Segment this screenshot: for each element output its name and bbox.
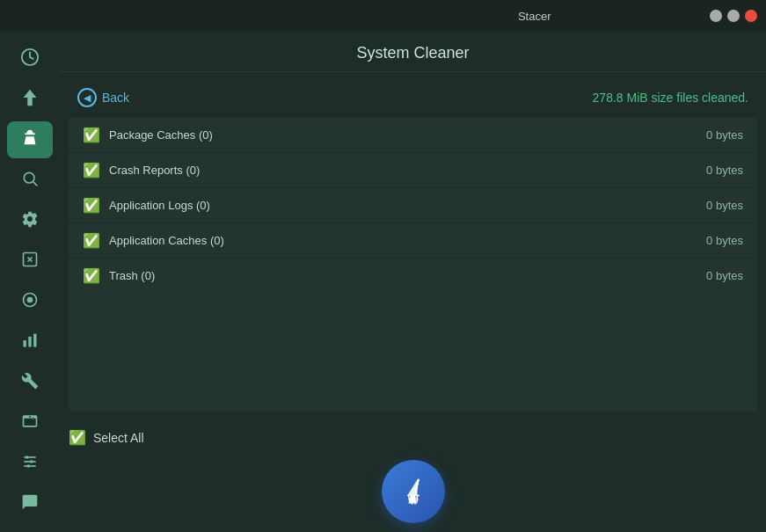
dashboard-icon — [20, 47, 40, 71]
table-row: ✅ Crash Reports (0) 0 bytes — [69, 153, 757, 188]
sidebar — [0, 32, 60, 532]
svg-point-14 — [26, 456, 28, 459]
row-size: 0 bytes — [706, 234, 743, 247]
svg-point-1 — [24, 172, 34, 183]
svg-point-16 — [27, 465, 30, 468]
sidebar-item-resources[interactable] — [7, 283, 53, 320]
row-check-icon: ✅ — [83, 267, 100, 284]
clean-button-area — [60, 446, 766, 532]
svg-rect-8 — [24, 340, 26, 347]
select-all-label: Select All — [93, 431, 144, 445]
select-all-area[interactable]: ✅ Select All — [69, 429, 144, 446]
row-size: 0 bytes — [706, 128, 743, 142]
search-icon — [21, 170, 39, 192]
sidebar-item-dashboard[interactable] — [7, 40, 53, 77]
row-size: 0 bytes — [706, 269, 743, 282]
minimize-button[interactable]: − — [710, 10, 722, 22]
page-header: System Cleaner — [60, 32, 766, 72]
statistics-icon — [21, 332, 39, 353]
sidebar-item-search[interactable] — [7, 162, 53, 199]
items-table: ✅ Package Caches (0) 0 bytes ✅ Crash Rep… — [69, 118, 757, 412]
row-left: ✅ Package Caches (0) — [83, 127, 213, 143]
uninstaller-icon — [21, 251, 39, 273]
broom-svg-icon — [398, 476, 429, 507]
sidebar-item-startup[interactable] — [7, 81, 53, 118]
apt-icon — [21, 412, 39, 434]
sidebar-item-services[interactable] — [7, 202, 53, 239]
row-check-icon: ✅ — [83, 232, 100, 249]
row-label: Crash Reports (0) — [109, 164, 200, 177]
back-label: Back — [102, 91, 129, 105]
row-label: Package Caches (0) — [109, 128, 213, 142]
resources-icon — [21, 291, 39, 313]
cleaner-icon — [20, 128, 40, 152]
page-title: System Cleaner — [77, 44, 748, 62]
content-area: ◀ Back 278.8 MiB size files cleaned. ✅ P… — [60, 72, 766, 420]
svg-point-15 — [30, 461, 33, 463]
sidebar-item-uninstaller[interactable] — [7, 243, 53, 280]
sidebar-item-apt[interactable] — [7, 405, 53, 442]
row-left: ✅ Crash Reports (0) — [83, 162, 200, 179]
row-check-icon: ✅ — [83, 197, 100, 214]
select-all-check-icon: ✅ — [69, 429, 86, 446]
row-check-icon: ✅ — [83, 127, 100, 143]
row-left: ✅ Trash (0) — [83, 267, 155, 284]
svg-rect-10 — [33, 334, 36, 347]
sidebar-item-mixer[interactable] — [7, 446, 53, 483]
sidebar-item-cleaner[interactable] — [7, 121, 53, 158]
table-row: ✅ Package Caches (0) 0 bytes — [69, 118, 757, 153]
sidebar-item-terminal[interactable] — [7, 486, 53, 523]
table-row: ✅ Application Caches (0) 0 bytes — [69, 223, 757, 259]
row-size: 0 bytes — [706, 164, 743, 177]
tools-icon — [21, 372, 39, 394]
svg-line-2 — [33, 182, 38, 186]
row-left: ✅ Application Caches (0) — [83, 232, 224, 249]
row-label: Application Caches (0) — [109, 234, 224, 247]
sidebar-item-tools[interactable] — [7, 365, 53, 402]
sidebar-item-statistics[interactable] — [7, 324, 53, 361]
title-bar: Stacer − □ × — [0, 0, 766, 32]
row-left: ✅ Application Logs (0) — [83, 197, 210, 214]
back-circle-icon: ◀ — [77, 88, 97, 107]
gear-icon — [21, 210, 39, 232]
row-check-icon: ✅ — [83, 162, 100, 179]
startup-icon — [20, 88, 40, 112]
back-bar: ◀ Back 278.8 MiB size files cleaned. — [69, 81, 757, 114]
table-row: ✅ Application Logs (0) 0 bytes — [69, 188, 757, 223]
window-controls: − □ × — [710, 10, 757, 22]
svg-rect-9 — [28, 337, 31, 347]
row-label: Application Logs (0) — [109, 199, 210, 212]
app-title: Stacer — [360, 10, 711, 23]
main-content: System Cleaner ◀ Back 278.8 MiB size fil… — [60, 32, 766, 532]
maximize-button[interactable]: □ — [727, 10, 740, 22]
cleaned-message: 278.8 MiB size files cleaned. — [593, 91, 748, 105]
row-size: 0 bytes — [706, 199, 743, 212]
footer-area: ✅ Select All — [60, 420, 766, 446]
back-button[interactable]: ◀ Back — [77, 88, 129, 107]
svg-point-7 — [27, 297, 33, 303]
mixer-icon — [21, 453, 39, 475]
app-container: System Cleaner ◀ Back 278.8 MiB size fil… — [0, 32, 766, 532]
table-row: ✅ Trash (0) 0 bytes — [69, 259, 757, 293]
terminal-icon — [21, 493, 39, 515]
close-button[interactable]: × — [745, 10, 757, 22]
clean-button[interactable] — [382, 460, 445, 523]
row-label: Trash (0) — [109, 269, 155, 282]
